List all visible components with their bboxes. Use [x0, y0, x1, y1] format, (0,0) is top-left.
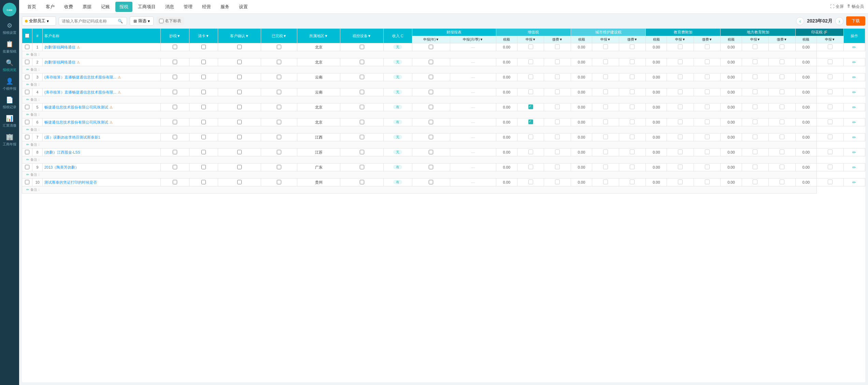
edit-icon[interactable]: ✏: [852, 165, 856, 170]
row-checkbox[interactable]: [429, 45, 433, 49]
nav-service[interactable]: 服务: [216, 2, 233, 12]
row-checkbox[interactable]: [25, 105, 29, 109]
row-checkbox[interactable]: [277, 165, 281, 169]
row-checkbox[interactable]: [360, 75, 364, 79]
row-checkbox[interactable]: [25, 150, 29, 154]
row-checkbox[interactable]: [237, 90, 242, 94]
row-checkbox[interactable]: [173, 150, 177, 154]
row-checkbox[interactable]: [173, 105, 177, 109]
client-name-link[interactable]: 2013（陶美芳勿删）: [44, 165, 79, 169]
nav-management[interactable]: 管理: [180, 2, 197, 12]
nav-message[interactable]: 消息: [161, 2, 178, 12]
row-checkbox[interactable]: [360, 180, 364, 184]
row-checkbox[interactable]: [360, 150, 364, 154]
row-checkbox[interactable]: [25, 45, 29, 49]
row-checkbox[interactable]: [201, 60, 206, 64]
row-checkbox[interactable]: [360, 120, 364, 124]
sidebar-item-tax-view[interactable]: 🔍 报税浏览: [0, 56, 19, 75]
row-checkbox[interactable]: [201, 105, 206, 109]
client-name-link[interactable]: (库存核算）直播畅捷通信息技术股份有限...: [44, 90, 116, 94]
next-date-btn[interactable]: ›: [835, 17, 843, 25]
row-checkbox[interactable]: [237, 60, 242, 64]
edit-icon[interactable]: ✏: [852, 180, 856, 185]
row-checkbox[interactable]: [429, 150, 433, 154]
client-name-link[interactable]: (库存核算）直播畅捷通信息技术股份有限...: [44, 75, 116, 79]
row-checkbox[interactable]: [201, 120, 206, 124]
row-checkbox[interactable]: [237, 120, 242, 124]
edit-icon[interactable]: ✏: [852, 135, 856, 140]
row-checkbox[interactable]: [429, 60, 433, 64]
sidebar-item-batch-tax[interactable]: 📋 批量报税: [0, 38, 19, 56]
row-checkbox[interactable]: [25, 180, 29, 184]
edit-icon[interactable]: ✏: [852, 60, 856, 65]
client-name-link[interactable]: 勿删!新锐网络通信: [44, 60, 75, 64]
row-checkbox[interactable]: [277, 120, 281, 124]
row-checkbox[interactable]: [173, 90, 177, 94]
row-checkbox[interactable]: [201, 180, 206, 184]
row-checkbox[interactable]: [429, 165, 433, 169]
row-checkbox[interactable]: [360, 45, 364, 49]
client-name-link[interactable]: (原）误删勿改李艳芬测试斯泰新1: [44, 135, 100, 139]
client-name-cell[interactable]: 勿删!新锐网络通信⚠: [43, 58, 161, 66]
row-checkbox[interactable]: [237, 135, 242, 139]
client-name-link[interactable]: 测试斯泰的凭证打印的时候是否: [44, 180, 97, 184]
select-all-checkbox[interactable]: [25, 33, 29, 38]
row-checkbox[interactable]: [25, 75, 29, 79]
row-checkbox[interactable]: [173, 60, 177, 64]
row-checkbox[interactable]: [360, 60, 364, 64]
vip-btn[interactable]: 🎖 畅会员: [846, 4, 864, 10]
row-checkbox[interactable]: [237, 180, 242, 184]
row-checkbox[interactable]: [277, 135, 281, 139]
row-checkbox[interactable]: [429, 75, 433, 79]
row-checkbox[interactable]: [173, 165, 177, 169]
client-name-link[interactable]: 勿删!新锐网络通信: [44, 45, 75, 49]
nav-operations[interactable]: 经营: [198, 2, 215, 12]
row-checkbox[interactable]: [277, 75, 281, 79]
row-checkbox[interactable]: [429, 120, 433, 124]
row-checkbox[interactable]: [237, 165, 242, 169]
nav-invoice[interactable]: 票据: [79, 2, 96, 12]
row-checkbox[interactable]: [201, 135, 206, 139]
name-badge-checkbox[interactable]: [159, 19, 163, 23]
row-checkbox[interactable]: [173, 135, 177, 139]
nav-tax[interactable]: 报税: [115, 2, 132, 12]
row-checkbox[interactable]: [173, 45, 177, 49]
sidebar-item-tax-settings[interactable]: ⚙ 报税设置: [0, 19, 19, 38]
edit-icon[interactable]: ✏: [852, 75, 856, 80]
row-checkbox[interactable]: [360, 135, 364, 139]
nav-industry[interactable]: 工商项目: [134, 2, 160, 12]
sidebar-item-personal-tax[interactable]: 👤 个税申报: [0, 75, 19, 93]
client-name-cell[interactable]: 畅捷通信息技术股份有限公司民珠测试⚠: [43, 118, 161, 126]
row-checkbox[interactable]: [237, 45, 242, 49]
logo[interactable]: CANI: [3, 3, 16, 16]
row-checkbox[interactable]: [277, 180, 281, 184]
sidebar-item-tax-records[interactable]: 📄 报税记录: [0, 94, 19, 112]
client-name-cell[interactable]: 测试斯泰的凭证打印的时候是否: [43, 179, 161, 186]
client-name-cell[interactable]: 2013（陶美芳勿删）: [43, 163, 161, 171]
nav-client[interactable]: 客户: [42, 2, 59, 12]
row-checkbox[interactable]: [429, 180, 433, 184]
row-checkbox[interactable]: [201, 75, 206, 79]
employee-select[interactable]: 全部员工 ▾: [22, 16, 56, 26]
client-name-cell[interactable]: 勿删!新锐网络通信⚠: [43, 43, 161, 51]
download-button[interactable]: 下载: [846, 16, 865, 26]
row-checkbox[interactable]: [25, 135, 29, 139]
edit-icon[interactable]: ✏: [852, 150, 856, 155]
row-checkbox[interactable]: [277, 150, 281, 154]
row-checkbox[interactable]: [25, 120, 29, 124]
row-checkbox[interactable]: [277, 45, 281, 49]
row-checkbox[interactable]: [277, 105, 281, 109]
client-name-cell[interactable]: (库存核算）直播畅捷通信息技术股份有限...⚠: [43, 73, 161, 81]
row-checkbox[interactable]: [25, 90, 29, 94]
row-checkbox[interactable]: [173, 120, 177, 124]
client-name-link[interactable]: (勿删）江西股金-LSS: [44, 150, 80, 154]
row-checkbox[interactable]: [237, 150, 242, 154]
edit-icon[interactable]: ✏: [852, 45, 856, 50]
row-checkbox[interactable]: [25, 165, 29, 169]
nav-home[interactable]: 首页: [23, 2, 40, 12]
row-checkbox[interactable]: [173, 75, 177, 79]
row-checkbox[interactable]: [429, 90, 433, 94]
row-checkbox[interactable]: [237, 75, 242, 79]
client-name-cell[interactable]: (原）误删勿改李艳芬测试斯泰新1: [43, 133, 161, 141]
search-input[interactable]: [62, 19, 116, 24]
